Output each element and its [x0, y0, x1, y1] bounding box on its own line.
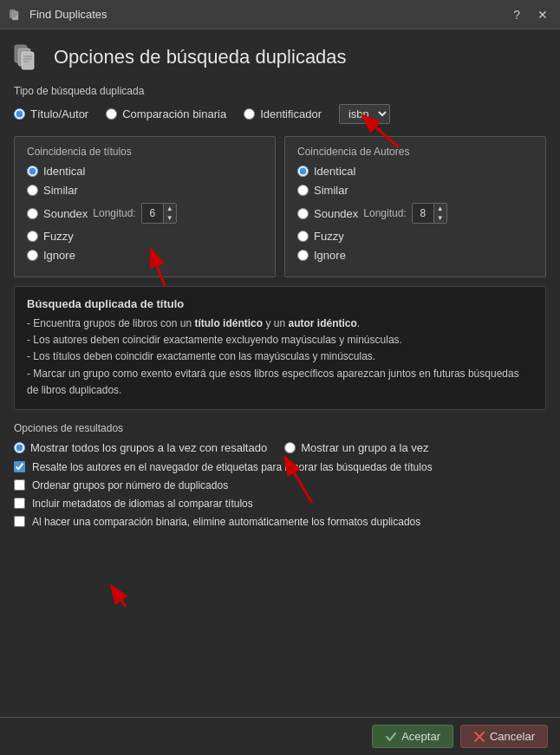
desc-line3: - Los títulos deben coincidir exactament… — [27, 350, 375, 362]
isbn-select[interactable]: isbn uuid asin — [339, 104, 390, 124]
sort-groups-check[interactable] — [14, 479, 25, 491]
a-soundex-input[interactable] — [297, 208, 309, 219]
include-meta-check[interactable] — [14, 498, 25, 509]
t-soundex-label: Soundex — [43, 207, 88, 220]
results-radio-row: Mostrar todos los grupos a la vez con re… — [14, 441, 546, 454]
a-soundex-length-label: Longitud: — [363, 207, 406, 219]
author-matching-label: Coincidencia de Autores — [297, 146, 533, 158]
show-all-label: Mostrar todos los grupos a la vez con re… — [30, 441, 267, 454]
highlight-authors-label: Resalte los autores en el navegador de e… — [32, 461, 433, 473]
a-identical-label: Identical — [314, 165, 355, 178]
app-icon — [9, 8, 23, 22]
a-ignore-option[interactable]: Ignore — [297, 249, 533, 262]
svg-line-17 — [113, 588, 126, 607]
t-ignore-label: Ignore — [43, 249, 75, 262]
show-all-input[interactable] — [14, 442, 25, 453]
desc-line2: - Los autores deben coincidir exactament… — [27, 334, 402, 346]
bottom-bar: Aceptar Cancelar — [0, 717, 560, 755]
a-soundex-label: Soundex — [314, 207, 358, 220]
a-fuzzy-input[interactable] — [297, 231, 309, 242]
t-fuzzy-input[interactable] — [27, 231, 38, 242]
highlight-authors-check[interactable] — [14, 461, 25, 472]
description-box: Búsqueda duplicada de título - Encuentra… — [14, 286, 546, 410]
search-type-label: Tipo de búsqueda duplicada — [14, 85, 546, 97]
binary-remove-check[interactable] — [14, 516, 25, 527]
sort-groups-label: Ordenar grupos por número de duplicados — [32, 479, 228, 491]
results-section: Opciones de resultados Mostrar todos los… — [14, 422, 546, 528]
t-identical-option[interactable]: Identical — [27, 165, 263, 178]
help-button[interactable]: ? — [510, 6, 524, 23]
radio-binaria[interactable]: Comparación binaria — [106, 107, 226, 120]
header-icon — [14, 42, 45, 73]
binary-remove-row[interactable]: Al hacer una comparación binaria, elimin… — [14, 516, 546, 528]
a-soundex-value[interactable] — [413, 206, 433, 220]
include-meta-row[interactable]: Incluir metadatos de idiomas al comparar… — [14, 498, 546, 510]
t-fuzzy-option[interactable]: Fuzzy — [27, 230, 263, 243]
a-soundex-spinbox: ▲ ▼ — [412, 203, 447, 224]
t-soundex-btns: ▲ ▼ — [163, 204, 176, 223]
a-fuzzy-label: Fuzzy — [314, 230, 344, 243]
a-identical-option[interactable]: Identical — [297, 165, 533, 178]
matching-area: Coincidencia de títulos Identical Simila… — [14, 136, 546, 277]
title-matching-label: Coincidencia de títulos — [27, 146, 263, 158]
binary-remove-label: Al hacer una comparación binaria, elimin… — [32, 516, 420, 528]
t-fuzzy-label: Fuzzy — [43, 230, 74, 243]
title-bar-controls: ? ✕ — [510, 6, 551, 23]
t-similar-option[interactable]: Similar — [27, 184, 263, 197]
highlight-authors-row[interactable]: Resalte los autores en el navegador de e… — [14, 461, 546, 473]
checkmark-icon — [385, 731, 397, 743]
title-matching-col: Coincidencia de títulos Identical Simila… — [14, 136, 276, 277]
desc-title: Búsqueda duplicada de título — [27, 297, 533, 310]
sort-groups-row[interactable]: Ordenar grupos por número de duplicados — [14, 479, 546, 491]
t-soundex-up[interactable]: ▲ — [164, 204, 176, 213]
desc-line4: - Marcar un grupo como exento evitará qu… — [27, 368, 519, 396]
radio-identificador-label: Identificador — [260, 107, 322, 120]
title-bar: Find Duplicates ? ✕ — [0, 0, 560, 29]
a-identical-input[interactable] — [297, 166, 309, 177]
radio-identificador[interactable]: Identificador — [244, 107, 322, 120]
radio-identificador-input[interactable] — [244, 108, 255, 120]
t-soundex-value[interactable] — [142, 206, 163, 220]
accept-label: Aceptar — [401, 730, 440, 743]
t-identical-input[interactable] — [27, 166, 38, 177]
a-ignore-input[interactable] — [297, 250, 309, 261]
radio-titulo-autor[interactable]: Título/Autor — [14, 107, 88, 120]
show-one-input[interactable] — [284, 442, 296, 453]
t-soundex-spinbox: ▲ ▼ — [141, 203, 177, 224]
cancel-button[interactable]: Cancelar — [460, 725, 548, 748]
radio-binaria-label: Comparación binaria — [122, 107, 226, 120]
close-button[interactable]: ✕ — [534, 6, 551, 23]
cancel-label: Cancelar — [490, 730, 535, 743]
title-bar-left: Find Duplicates — [9, 8, 107, 22]
results-label: Opciones de resultados — [14, 422, 546, 434]
t-identical-label: Identical — [43, 165, 85, 178]
desc-text: - Encuentra grupos de libros con un títu… — [27, 316, 533, 399]
t-ignore-option[interactable]: Ignore — [27, 249, 263, 262]
a-ignore-label: Ignore — [314, 249, 346, 262]
a-soundex-up[interactable]: ▲ — [434, 204, 446, 213]
page-title: Opciones de búsqueda duplicadas — [54, 46, 347, 68]
svg-rect-1 — [12, 11, 18, 20]
show-one-label: Mostrar un grupo a la vez — [301, 441, 428, 454]
a-soundex-down[interactable]: ▼ — [434, 213, 446, 223]
show-one-option[interactable]: Mostrar un grupo a la vez — [284, 441, 428, 454]
t-soundex-down[interactable]: ▼ — [164, 213, 176, 223]
a-soundex-option[interactable]: Soundex Longitud: ▲ ▼ — [297, 203, 533, 224]
a-similar-option[interactable]: Similar — [297, 184, 533, 197]
radio-binaria-input[interactable] — [106, 108, 117, 120]
t-similar-label: Similar — [43, 184, 78, 197]
accept-button[interactable]: Aceptar — [372, 725, 453, 748]
t-soundex-option[interactable]: Soundex Longitud: ▲ ▼ — [27, 203, 263, 224]
t-similar-input[interactable] — [27, 185, 38, 196]
window-title: Find Duplicates — [29, 8, 107, 21]
t-soundex-input[interactable] — [27, 208, 38, 219]
t-ignore-input[interactable] — [27, 250, 38, 261]
radio-titulo-label: Título/Autor — [30, 107, 88, 120]
show-all-option[interactable]: Mostrar todos los grupos a la vez con re… — [14, 441, 267, 454]
radio-titulo-input[interactable] — [14, 108, 25, 120]
a-similar-input[interactable] — [297, 185, 309, 196]
include-meta-label: Incluir metadatos de idiomas al comparar… — [32, 498, 253, 510]
desc-line1: - Encuentra grupos de libros con un títu… — [27, 317, 360, 329]
a-fuzzy-option[interactable]: Fuzzy — [297, 230, 533, 243]
svg-rect-7 — [22, 52, 34, 69]
